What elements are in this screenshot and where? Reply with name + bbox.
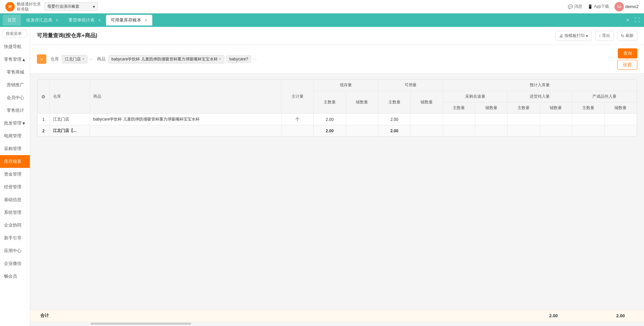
- row2-purchase-aux: [475, 125, 507, 137]
- scrollbar-thumb: [91, 323, 191, 325]
- sidebar-item-retail-mall[interactable]: 零售商城: [0, 66, 30, 79]
- horizontal-scrollbar[interactable]: [30, 321, 644, 326]
- row2-import-main: [507, 125, 540, 137]
- sidebar-item-member2[interactable]: 畅会员: [0, 270, 30, 283]
- table-area: ⚙ 仓库 商品 主计量 现存量 可用量 预计入库量 主数量 辅数量: [30, 74, 644, 310]
- row1-no: 1: [38, 114, 50, 125]
- sidebar-item-app-center[interactable]: 应用中心: [0, 244, 30, 257]
- sidebar-item-retail-mgmt[interactable]: 零售管理 ▲: [0, 53, 30, 66]
- sidebar-item-enterprise-wechat[interactable]: 企业微信: [0, 257, 30, 270]
- row2-production-main: [572, 125, 604, 137]
- row1-stock-main: 2.00: [314, 114, 346, 125]
- refresh-btn[interactable]: ↻ 刷新: [617, 31, 637, 41]
- sidebar-item-quick-nav[interactable]: 快捷导航: [0, 40, 30, 53]
- sidebar-item-retail-stat[interactable]: 零售统计: [0, 104, 30, 117]
- tab-close-available[interactable]: ×: [145, 17, 147, 23]
- app-icon: 📱: [588, 4, 593, 9]
- product-tag-close-0[interactable]: ×: [219, 57, 221, 61]
- tab-order[interactable]: 要货单统计表 ×: [64, 15, 105, 26]
- chevron-down-icon: ▾: [93, 4, 95, 9]
- row1-unit: 个: [281, 114, 313, 125]
- close-all-tabs-btn[interactable]: ×: [625, 17, 631, 23]
- row2-available-aux: [411, 125, 443, 137]
- page-header: 可用量查询(按仓库+商品) 🖨 按模板打印 ▾ ↑ 导出 ↻ 刷新: [30, 27, 644, 45]
- avatar: Ea: [614, 2, 624, 11]
- row2-warehouse: 江北门店【...: [50, 125, 90, 137]
- sidebar-item-basic[interactable]: 基础信息: [0, 193, 30, 206]
- th-purchase-aux: 辅数量: [475, 102, 507, 114]
- logo-icon: 好: [5, 2, 15, 11]
- th-unit: 主计量: [281, 80, 313, 114]
- product-filter: 商品 babycare学饮杯 儿童防摔防撞吸管杯重力球吸嘴杯宝宝水杯 × bab…: [97, 55, 257, 63]
- chevron-icon-2: ▼: [21, 121, 26, 126]
- table-row: 2 江北门店【... 2.00 2.00: [38, 125, 637, 137]
- product-tag-1: babycare?: [226, 55, 251, 63]
- th-product: 商品: [90, 80, 281, 114]
- sidebar-item-enterprise-collab[interactable]: 企业协同: [0, 219, 30, 232]
- sidebar-item-inventory[interactable]: 库存核算: [0, 155, 30, 168]
- th-stock-main: 主数量: [314, 91, 346, 114]
- tab-close-order[interactable]: ×: [98, 17, 101, 23]
- row1-purchase-aux: [475, 114, 507, 125]
- footer-stock-main: 2.00: [537, 313, 570, 318]
- sidebar-item-finance[interactable]: 资金管理: [0, 168, 30, 181]
- footer-label: 合计: [37, 313, 49, 319]
- app-download-btn[interactable]: 📱 App下载: [588, 4, 609, 9]
- th-warehouse: 仓库: [50, 80, 90, 114]
- tab-receive[interactable]: 收发存汇总表 ×: [21, 15, 63, 26]
- gear-icon[interactable]: ⚙: [41, 94, 46, 99]
- row1-available-aux: [411, 114, 443, 125]
- logo-area: 好 畅捷通好生意 标准版: [5, 2, 41, 11]
- query-btn[interactable]: 查询: [618, 48, 637, 58]
- fullscreen-btn[interactable]: ⛶: [633, 17, 641, 23]
- print-icon: 🖨: [559, 34, 563, 38]
- sidebar-item-system[interactable]: 系统管理: [0, 206, 30, 219]
- sidebar-item-wholesale-mgmt[interactable]: 批发管理 ▼: [0, 117, 30, 130]
- sidebar-item-new-guide[interactable]: 新手引导: [0, 232, 30, 244]
- warehouse-tag-close-0[interactable]: ×: [82, 57, 85, 61]
- message-btn[interactable]: 💬 消息: [568, 4, 582, 9]
- tab-close-receive[interactable]: ×: [56, 17, 58, 23]
- industry-selector[interactable]: 母婴行业演示账套 ▾: [44, 2, 98, 11]
- product-more[interactable]: ···: [253, 57, 257, 61]
- row2-available-main: 2.00: [378, 125, 411, 137]
- sidebar-search-area: [0, 27, 30, 40]
- content-area: 可用量查询(按仓库+商品) 🖨 按模板打印 ▾ ↑ 导出 ↻ 刷新: [30, 27, 644, 326]
- nav-tabs: 首页 收发存汇总表 × 要货单统计表 × 可用量库存账本 × × ⛶: [0, 13, 644, 27]
- footer-bar: 合计 2.00 2.00: [30, 310, 644, 321]
- row1-product: babycare学饮杯 儿童防摔防撞吸管杯重力球吸嘴杯宝宝水杯: [90, 114, 281, 125]
- row1-import-main: [507, 114, 540, 125]
- main-layout: 快捷导航 零售管理 ▲ 零售商城 营销推广 会员中心 零售统计 批发管理 ▼ 电…: [0, 27, 644, 326]
- sidebar-item-member[interactable]: 会员中心: [0, 91, 30, 104]
- sidebar-item-marketing[interactable]: 营销推广: [0, 79, 30, 91]
- sidebar-item-operation[interactable]: 经营管理: [0, 181, 30, 193]
- product-tags: babycare学饮杯 儿童防摔防撞吸管杯重力球吸嘴杯宝宝水杯 × babyca…: [108, 55, 257, 63]
- logo-text: 畅捷通好生意 标准版: [17, 2, 41, 11]
- settings-btn[interactable]: 设置: [617, 60, 637, 70]
- chevron-down-icon-print: ▾: [586, 34, 588, 38]
- table-wrapper: ⚙ 仓库 商品 主计量 现存量 可用量 预计入库量 主数量 辅数量: [37, 79, 637, 137]
- user-profile[interactable]: Ea demo2: [614, 2, 639, 11]
- th-import-pending: 进货待入量: [507, 91, 572, 102]
- expand-filter-btn[interactable]: »: [37, 54, 46, 64]
- footer-available-main: 2.00: [604, 313, 637, 318]
- export-btn[interactable]: ↑ 导出: [595, 31, 614, 41]
- sidebar-item-ecommerce[interactable]: 电商管理: [0, 130, 30, 142]
- tab-available[interactable]: 可用量库存账本 ×: [106, 15, 152, 26]
- sidebar-item-purchase[interactable]: 采购管理: [0, 142, 30, 155]
- th-purchase-main: 主数量: [443, 102, 475, 114]
- row2-production-aux: [604, 125, 637, 137]
- table-row: 1 江北门店 babycare学饮杯 儿童防摔防撞吸管杯重力球吸嘴杯宝宝水杯 个…: [38, 114, 637, 125]
- message-icon: 💬: [568, 4, 573, 9]
- print-btn[interactable]: 🖨 按模板打印 ▾: [555, 31, 592, 41]
- row2-product: [90, 125, 281, 137]
- th-purchase-in-transit: 采购在途量: [443, 91, 507, 102]
- tab-home[interactable]: 首页: [3, 15, 21, 26]
- warehouse-filter: 仓库 江北门店 × ···: [50, 55, 93, 63]
- th-available-aux: 辅数量: [411, 91, 443, 114]
- chevron-icon: ▲: [21, 57, 26, 62]
- row1-available-main: 2.00: [378, 114, 411, 125]
- warehouse-more[interactable]: ···: [90, 57, 93, 61]
- search-input[interactable]: [3, 30, 27, 38]
- nav-window-controls: × ⛶: [625, 17, 641, 23]
